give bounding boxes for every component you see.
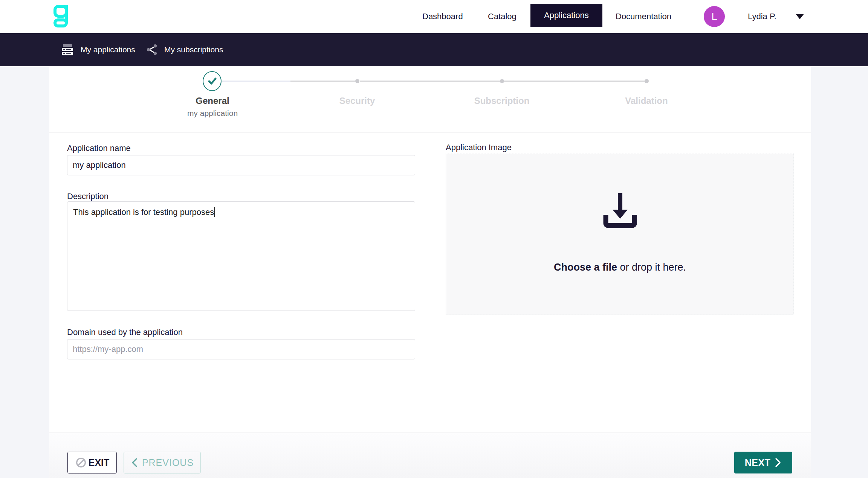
step-connector (504, 81, 645, 82)
subnav-my-applications[interactable]: My applications (60, 33, 135, 66)
top-header: Dashboard Catalog Applications Documenta… (0, 0, 868, 33)
exit-button[interactable]: EXIT (67, 452, 117, 473)
text-cursor (214, 207, 215, 217)
applications-stack-icon (60, 43, 75, 56)
previous-button-label: PREVIOUS (142, 457, 194, 468)
nav-documentation[interactable]: Documentation (616, 0, 671, 33)
share-icon (146, 43, 158, 56)
ban-icon (75, 457, 87, 469)
step-completed-circle[interactable] (203, 71, 222, 91)
step-dot (500, 79, 504, 83)
check-icon (207, 76, 217, 87)
step-connector (290, 81, 355, 82)
user-name[interactable]: Lydia P. (748, 0, 776, 33)
subnav-my-subscriptions[interactable]: My subscriptions (146, 33, 223, 66)
nav-catalog[interactable]: Catalog (488, 0, 517, 33)
application-name-label: Application name (67, 143, 131, 153)
next-button-label: NEXT (745, 457, 771, 468)
nav-applications[interactable]: Applications (530, 4, 602, 27)
nav-dashboard[interactable]: Dashboard (422, 0, 463, 33)
description-textarea[interactable]: This application is for testing purposes (67, 201, 415, 311)
domain-input[interactable] (67, 339, 415, 359)
download-icon (599, 190, 641, 230)
choose-file-link[interactable]: Choose a file (554, 262, 617, 273)
drop-hint: or drop it here. (617, 262, 686, 273)
previous-button[interactable]: PREVIOUS (124, 452, 201, 473)
wizard-card: General Security Subscription Validation… (49, 66, 811, 478)
step-sublabel-general: my application (152, 109, 273, 118)
step-label-subscription: Subscription (442, 96, 562, 106)
dropzone-cta[interactable]: Choose a file or drop it here. (446, 262, 794, 273)
step-dot (645, 79, 649, 83)
step-dot (355, 79, 359, 83)
image-dropzone[interactable]: Choose a file or drop it here. (446, 153, 793, 315)
subnav-my-applications-label: My applications (81, 45, 135, 54)
gravitee-logo-icon (52, 3, 71, 28)
chevron-down-icon[interactable] (796, 14, 804, 19)
domain-label: Domain used by the application (67, 327, 183, 337)
application-name-input[interactable] (67, 155, 415, 175)
brand-logo[interactable] (52, 3, 71, 28)
step-label-security: Security (297, 96, 417, 106)
wizard-footer: EXIT PREVIOUS NEXT (49, 432, 811, 478)
avatar[interactable]: L (704, 6, 725, 27)
exit-button-label: EXIT (89, 457, 110, 468)
secondary-navbar: My applications My subscriptions (0, 33, 868, 66)
application-image-label: Application Image (446, 143, 512, 152)
description-label: Description (67, 192, 108, 201)
chevron-right-icon (774, 458, 782, 467)
step-label-general: General (152, 96, 273, 106)
wizard-stepper: General Security Subscription Validation… (49, 66, 811, 133)
description-text: This application is for testing purposes (73, 207, 214, 217)
step-connector (360, 81, 500, 82)
step-label-validation: Validation (586, 96, 707, 106)
next-button[interactable]: NEXT (734, 452, 792, 473)
step-connector (222, 81, 290, 82)
chevron-left-icon (131, 458, 138, 467)
subnav-my-subscriptions-label: My subscriptions (164, 45, 223, 54)
